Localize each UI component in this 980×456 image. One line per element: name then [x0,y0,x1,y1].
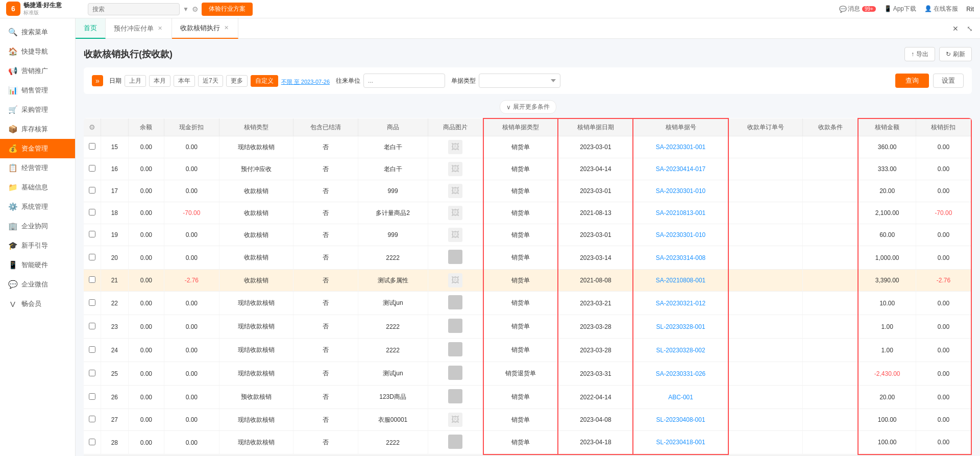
cell-checkbox[interactable] [84,386,101,409]
sidebar-item-quick-nav[interactable]: 🏠快捷导航 [0,42,75,61]
row-checkbox[interactable] [89,393,95,400]
app-download-btn[interactable]: 📱 App下载 [884,5,916,13]
row-checkbox[interactable] [89,276,95,283]
sidebar-item-marketing[interactable]: 📢营销推广 [0,61,75,81]
row-checkbox[interactable] [89,209,95,215]
sidebar-item-basic-info[interactable]: 📁基础信息 [0,178,75,197]
row-checkbox[interactable] [89,346,95,353]
sidebar-item-enterprise[interactable]: 🏢企业协同 [0,217,75,236]
date-more[interactable]: 更多 [226,75,248,87]
cell-checkbox[interactable] [84,409,101,431]
cell-checkbox[interactable] [84,431,101,454]
cell-checkbox[interactable] [84,292,101,315]
cell-checkbox[interactable] [84,339,101,362]
message-btn[interactable]: 💬 消息99+ [839,5,876,13]
row-checkbox[interactable] [89,416,95,422]
setting-btn[interactable]: 设置 [933,74,964,88]
cell-verify-amount: 20.00 [858,386,916,409]
row-checkbox[interactable] [89,299,95,306]
industry-btn[interactable]: 体验行业方案 [202,3,253,16]
row-checkbox[interactable] [89,143,95,150]
close-window-btn[interactable]: ✕ [949,22,962,35]
date-last-month[interactable]: 上月 [125,75,146,87]
tab-home[interactable]: 首页 [76,18,106,39]
verify-doc-no-link[interactable]: SA-20230331-026 [656,370,705,377]
cell-checkbox[interactable] [84,246,101,270]
query-btn[interactable]: 查询 [895,74,929,88]
sidebar-item-purchase-mgmt[interactable]: 🛒采购管理 [0,100,75,119]
date-this-year[interactable]: 本年 [174,75,195,87]
date-range-display[interactable]: 不限 至 2023-07-26 [281,78,330,86]
online-service-btn[interactable]: 👤 在线客服 [924,5,958,13]
verify-doc-no-link[interactable]: SA-20230314-008 [656,254,705,261]
sidebar-item-smart-hw[interactable]: 📱智能硬件 [0,255,75,275]
query-action-group: 查询 设置 [895,74,964,88]
sidebar-item-biz-mgmt[interactable]: 📋经营管理 [0,158,75,178]
date-this-month[interactable]: 本月 [149,75,170,87]
row-checkbox[interactable] [89,370,95,376]
refresh-btn[interactable]: ↻ 刷新 [939,47,972,61]
verify-doc-no-link[interactable]: SA-20230414-017 [656,165,705,173]
verify-doc-no-link[interactable]: SL-20230418-001 [656,439,705,446]
dropdown-chevron-icon[interactable]: ▼ [183,6,189,13]
row-checkbox[interactable] [89,254,95,260]
cell-include-settled: 否 [293,292,358,315]
verify-doc-no-link[interactable]: SL-20230328-001 [656,323,705,330]
verify-doc-no-link[interactable]: SA-20230301-010 [656,231,705,238]
sidebar-item-fund-mgmt[interactable]: 💰资金管理 [0,139,75,158]
verify-doc-no-link[interactable]: SA-20210808-001 [656,277,705,284]
verify-doc-no-link[interactable]: SA-20230321-012 [656,300,705,307]
tab-collection-verify[interactable]: 收款核销执行✕ [172,18,238,39]
row-checkbox[interactable] [89,439,95,445]
verify-doc-no-link[interactable]: ABC-001 [668,394,693,401]
verify-doc-no-link[interactable]: SA-20210813-001 [656,209,705,217]
verify-doc-no-link[interactable]: SL-20230408-001 [656,416,705,423]
row-checkbox[interactable] [89,165,95,172]
verify-doc-no-link[interactable]: SL-20230328-002 [656,347,705,354]
sidebar-item-sys-mgmt[interactable]: ⚙️系统管理 [0,197,75,217]
from-unit-input[interactable] [363,74,445,88]
sidebar-item-inventory[interactable]: 📦库存核算 [0,119,75,139]
tab-close-prepay[interactable]: ✕ [157,24,163,33]
row-checkbox[interactable] [89,323,95,329]
filter-expand-icon-btn[interactable]: » [92,75,103,86]
tab-prepay[interactable]: 预付冲应付单✕ [106,18,172,39]
col-gear[interactable]: ⚙ [84,118,101,136]
column-settings-btn[interactable]: ⚙ [89,123,95,131]
cell-verify-amount: 1,000.00 [858,246,916,270]
cell-checkbox[interactable] [84,224,101,246]
cell-verify-amount: 1.00 [858,315,916,339]
date-7days[interactable]: 近7天 [198,75,223,87]
export-btn[interactable]: ↑ 导出 [904,47,935,61]
sidebar-item-wechat[interactable]: 💬企业微信 [0,275,75,294]
cell-checkbox[interactable] [84,202,101,224]
settings-icon[interactable]: ⚙ [192,5,199,13]
cell-verify-doc-date: 2021-08-08 [558,270,633,292]
sidebar-item-member[interactable]: V畅会员 [0,294,75,314]
sidebar-item-search-menu[interactable]: 🔍搜索菜单 [0,22,75,42]
cell-checkbox[interactable] [84,158,101,180]
cell-checkbox[interactable] [84,315,101,339]
cell-verify-type: 预收款核销 [219,386,293,409]
cell-checkbox[interactable] [84,270,101,292]
row-checkbox[interactable] [89,187,95,194]
row-checkbox[interactable] [89,231,95,237]
sidebar-item-guide[interactable]: 🎓新手引导 [0,236,75,255]
cell-seq: 21 [101,270,129,292]
top-search-input[interactable] [88,3,180,15]
maximize-btn[interactable]: ⤡ [964,22,976,35]
sidebar-item-sales-mgmt[interactable]: 📊销售管理 [0,81,75,100]
cell-cash-discount: 0.00 [164,339,219,362]
cell-checkbox[interactable] [84,180,101,202]
goods-img [448,342,462,356]
logo-icon: 6 [6,2,20,16]
date-custom[interactable]: 自定义 [251,75,278,87]
cell-checkbox[interactable] [84,362,101,386]
expand-more-btn[interactable]: ∨ 展开更多条件 [500,100,556,114]
tab-close-collection-verify[interactable]: ✕ [223,23,230,32]
doc-type-select[interactable] [479,74,560,88]
verify-doc-no-link[interactable]: SA-20230301-010 [656,187,705,195]
cell-verify-discount: 0.00 [916,158,971,180]
cell-checkbox[interactable] [84,136,101,158]
verify-doc-no-link[interactable]: SA-20230301-001 [656,143,705,151]
